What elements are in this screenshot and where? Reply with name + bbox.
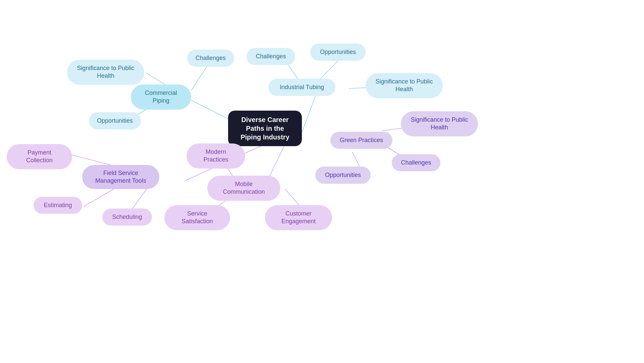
fs-payment-node[interactable]: Payment Collection	[7, 144, 72, 169]
commercial-piping-node[interactable]: Commercial Piping	[131, 84, 191, 110]
it-significance-node[interactable]: Significance to Public Health	[366, 73, 443, 98]
mc-modern-node[interactable]: Modern Practices	[186, 143, 245, 169]
fs-scheduling-node[interactable]: Scheduling	[102, 208, 152, 226]
gp-challenges-node[interactable]: Challenges	[392, 154, 440, 171]
it-opportunities-node[interactable]: Opportunities	[310, 44, 366, 61]
industrial-tubing-node[interactable]: Industrial Tubing	[268, 79, 335, 96]
field-service-node[interactable]: Field Service Management Tools	[82, 165, 159, 189]
mc-customer-eng-node[interactable]: Customer Engagement	[265, 205, 332, 230]
it-challenges-node[interactable]: Challenges	[247, 48, 295, 65]
cp-challenges-node[interactable]: Challenges	[187, 50, 234, 67]
center-node: Diverse Career Paths in the Piping Indus…	[228, 111, 302, 146]
gp-significance-node[interactable]: Significance to Public Health	[401, 111, 478, 136]
cp-significance-node[interactable]: Significance to Public Health	[67, 60, 144, 85]
svg-line-13	[352, 152, 361, 169]
fs-estimating-node[interactable]: Estimating	[34, 197, 82, 214]
cp-opportunities-node[interactable]: Opportunities	[89, 112, 141, 129]
green-practices-node[interactable]: Green Practices	[330, 132, 392, 149]
mobile-comm-node[interactable]: Mobile Communication	[207, 176, 280, 201]
gp-opportunities-node[interactable]: Opportunities	[315, 167, 371, 184]
mc-service-sat-node[interactable]: Service Satisfaction	[164, 205, 230, 230]
svg-line-1	[302, 92, 317, 132]
svg-line-16	[132, 188, 148, 209]
